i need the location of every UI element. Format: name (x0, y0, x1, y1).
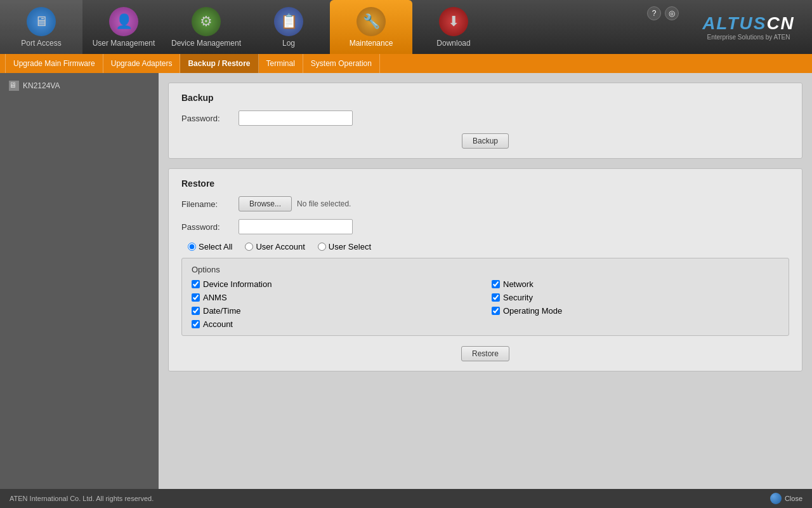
checkbox-network[interactable]: Network (492, 279, 779, 289)
radio-user-account-input[interactable] (245, 243, 253, 251)
nav-log-label: Log (282, 39, 295, 48)
subnav-backup-restore[interactable]: Backup / Restore (180, 54, 258, 73)
device-icon: 🖥 (9, 81, 19, 91)
backup-button[interactable]: Backup (462, 133, 509, 149)
checkbox-network-input[interactable] (492, 280, 500, 288)
radio-select-all[interactable]: Select All (188, 242, 232, 251)
log-icon: 📋 (274, 7, 303, 36)
subnav-terminal[interactable]: Terminal (259, 54, 303, 73)
checkbox-operating-mode-input[interactable] (492, 307, 500, 315)
nav-user-management-label: User Management (93, 39, 155, 48)
restore-filename-label: Filename: (181, 199, 232, 209)
checkbox-device-info[interactable]: Device Information (192, 279, 479, 289)
subnav-upgrade-adapters[interactable]: Upgrade Adapters (103, 54, 181, 73)
options-grid: Device Information Network ANMS Security (192, 279, 779, 329)
checkbox-security-input[interactable] (492, 293, 500, 302)
checkbox-anms[interactable]: ANMS (192, 293, 479, 302)
nav-port-access-label: Port Access (21, 39, 61, 48)
checkbox-operating-mode[interactable]: Operating Mode (492, 306, 779, 316)
backup-section: Backup Password: Backup (168, 83, 802, 159)
nav-user-management[interactable]: 👤 User Management (82, 0, 165, 54)
subnav: Upgrade Main Firmware Upgrade Adapters B… (0, 54, 812, 73)
backup-password-input[interactable] (239, 110, 353, 126)
checkbox-datetime-input[interactable] (192, 307, 200, 315)
brand-area: ALTUSCN Enterprise Solutions by ATEN (685, 0, 812, 54)
port-access-icon: 🖥 (27, 7, 56, 36)
sidebar: 🖥 KN2124VA (0, 73, 159, 489)
checkbox-network-label: Network (503, 279, 534, 289)
brand-tagline: Enterprise Solutions by ATEN (707, 34, 790, 41)
checkbox-security[interactable]: Security (492, 293, 779, 302)
nav-device-management[interactable]: ⚙ Device Management (165, 0, 247, 54)
no-file-text: No file selected. (297, 199, 351, 208)
brand-logo: ALTUSCN (702, 13, 795, 34)
help-icon[interactable]: ? (647, 6, 661, 20)
restore-password-label: Password: (181, 222, 232, 232)
backup-password-label: Password: (181, 114, 232, 123)
settings-icon[interactable]: ◎ (665, 6, 679, 20)
close-button[interactable]: Close (770, 493, 802, 504)
subnav-system-operation[interactable]: System Operation (303, 54, 380, 73)
device-management-icon: ⚙ (192, 7, 221, 36)
checkbox-datetime[interactable]: Date/Time (192, 306, 479, 316)
restore-filename-row: Filename: Browse... No file selected. (181, 196, 789, 211)
checkbox-datetime-label: Date/Time (203, 306, 240, 316)
radio-user-select-label: User Select (329, 242, 371, 251)
options-title: Options (192, 265, 779, 274)
radio-user-account-label: User Account (256, 242, 304, 251)
radio-select-all-input[interactable] (188, 243, 196, 251)
checkbox-anms-input[interactable] (192, 293, 200, 302)
nav-maintenance-label: Maintenance (350, 39, 393, 48)
nav-device-management-label: Device Management (171, 39, 241, 48)
sidebar-device-label: KN2124VA (23, 81, 60, 90)
options-box: Options Device Information Network ANMS (181, 258, 789, 336)
sidebar-device[interactable]: 🖥 KN2124VA (5, 78, 154, 93)
nav-download[interactable]: ⬇ Download (412, 0, 495, 54)
radio-user-select-input[interactable] (318, 243, 326, 251)
user-management-icon: 👤 (109, 7, 138, 36)
nav-port-access[interactable]: 🖥 Port Access (0, 0, 82, 54)
restore-section: Restore Filename: Browse... No file sele… (168, 168, 802, 371)
footer-copyright: ATEN International Co. Ltd. All rights r… (10, 495, 154, 502)
nav-maintenance[interactable]: 🔧 Maintenance (330, 0, 412, 54)
file-row: Browse... No file selected. (239, 196, 351, 211)
subnav-upgrade-main[interactable]: Upgrade Main Firmware (5, 54, 103, 73)
restore-radio-row: Select All User Account User Select (181, 242, 789, 251)
content-area: Backup Password: Backup Restore Filename… (159, 73, 812, 489)
nav-download-label: Download (436, 39, 470, 48)
browse-button[interactable]: Browse... (239, 196, 292, 211)
radio-user-account[interactable]: User Account (245, 242, 304, 251)
checkbox-account-label: Account (203, 319, 233, 329)
checkbox-device-info-label: Device Information (203, 279, 272, 289)
globe-icon (770, 493, 782, 504)
radio-user-select[interactable]: User Select (318, 242, 371, 251)
radio-select-all-label: Select All (199, 242, 232, 251)
footer: ATEN International Co. Ltd. All rights r… (0, 489, 812, 508)
checkbox-anms-label: ANMS (203, 293, 227, 302)
restore-password-row: Password: (181, 219, 789, 234)
checkbox-account-input[interactable] (192, 320, 200, 328)
restore-title: Restore (181, 178, 789, 189)
checkbox-security-label: Security (503, 293, 533, 302)
backup-password-row: Password: (181, 110, 789, 126)
nav-bar: 🖥 Port Access 👤 User Management ⚙ Device… (0, 0, 685, 54)
restore-button[interactable]: Restore (461, 346, 509, 361)
maintenance-icon: 🔧 (357, 7, 386, 36)
checkbox-operating-mode-label: Operating Mode (503, 306, 562, 316)
nav-log[interactable]: 📋 Log (247, 0, 330, 54)
backup-title: Backup (181, 93, 789, 103)
download-icon: ⬇ (439, 7, 468, 36)
restore-password-input[interactable] (239, 219, 353, 234)
checkbox-account[interactable]: Account (192, 319, 479, 329)
checkbox-device-info-input[interactable] (192, 280, 200, 288)
close-label: Close (785, 495, 802, 502)
